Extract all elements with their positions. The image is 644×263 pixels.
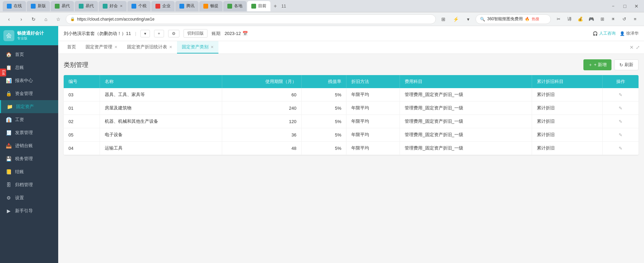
home-button[interactable]: ⌂ — [41, 14, 51, 24]
scissors-icon[interactable]: ✂ — [554, 14, 563, 24]
browser-tab-2[interactable]: 易代 — [51, 1, 74, 11]
menu-icon[interactable]: ≡ — [630, 14, 640, 24]
sidebar-item-home[interactable]: 🏠 首页 — [0, 48, 58, 61]
browser-toolbar-icons: ✂ 译 💰 🎮 ⊞ ☀ ↺ ≡ — [554, 14, 640, 24]
hot-text: 热搜 — [532, 16, 539, 22]
cell-action-3[interactable]: ✎ — [603, 128, 639, 142]
col-code: 编号 — [64, 75, 100, 88]
translate-icon[interactable]: 译 — [565, 14, 574, 24]
tab-fixed-assets-management[interactable]: 固定资产管理 ✕ — [81, 41, 122, 53]
undo-icon[interactable]: ↺ — [619, 14, 629, 24]
edit-icon-2[interactable]: ✎ — [619, 119, 622, 124]
search-icon: 🔍 — [480, 17, 485, 22]
sidebar-item-purchases[interactable]: 📥 进销台账 — [0, 139, 58, 152]
cell-accum-0: 累计折旧 — [532, 88, 603, 101]
address-bar[interactable]: 🔒 https://cloud.chanjet.com/accounting/u… — [66, 14, 436, 24]
col-accum: 累计折旧科目 — [532, 75, 603, 88]
sidebar-item-reports[interactable]: 📊 报表中心 — [0, 74, 58, 87]
tab-asset-category[interactable]: 固定资产类别 ✕ — [177, 41, 218, 53]
left-badge[interactable]: Eat — [0, 69, 6, 76]
cell-method-3: 年限平均 — [346, 128, 400, 142]
sidebar-item-invoice[interactable]: 🧾 发票管理 — [0, 126, 58, 139]
edit-icon-0[interactable]: ✎ — [619, 92, 622, 97]
lightning-button[interactable]: ⚡ — [451, 14, 460, 24]
sidebar-item-settings[interactable]: ⚙ 设置 — [0, 191, 58, 204]
settings-header-button[interactable]: ⚙ — [168, 30, 179, 37]
tab-close-depreciation-stats[interactable]: ✕ — [169, 45, 172, 49]
refresh-button[interactable]: ↻ 刷新 — [614, 59, 639, 70]
maximize-button[interactable]: □ — [620, 1, 630, 11]
bookmark-button[interactable]: ☆ — [53, 14, 63, 24]
reload-button[interactable]: ↻ — [29, 14, 38, 24]
switch-version-button[interactable]: 切到旧版 — [184, 29, 207, 38]
sidebar-item-archive[interactable]: 🗄 归档管理 — [0, 178, 58, 191]
cell-code-4: 04 — [64, 142, 100, 155]
expand-tabs-button[interactable]: ⤢ — [636, 45, 640, 50]
edit-icon-4[interactable]: ✎ — [619, 146, 622, 151]
tab-depreciation-stats[interactable]: 固定资产折旧统计表 ✕ — [122, 41, 177, 53]
browser-tab-8[interactable]: 畅提 — [199, 1, 223, 11]
sidebar-item-guide[interactable]: ▶ 新手引导 — [0, 204, 58, 217]
cell-action-1[interactable]: ✎ — [603, 101, 639, 115]
sidebar-item-closing[interactable]: 📒 结账 — [0, 165, 58, 178]
add-company-button[interactable]: + — [154, 30, 164, 37]
browser-tab-1[interactable]: 新版 — [27, 1, 50, 11]
tab-home[interactable]: 首页 — [62, 41, 81, 53]
browser-tab-6[interactable]: 企业 — [151, 1, 175, 11]
cell-action-2[interactable]: ✎ — [603, 115, 639, 128]
edit-icon-1[interactable]: ✎ — [619, 106, 622, 111]
logo-text: 畅捷通好会计 — [17, 31, 44, 36]
cell-method-0: 年限平均 — [346, 88, 400, 101]
browser-tab-3[interactable]: 易代 — [75, 1, 98, 11]
sidebar-item-funds[interactable]: 🔒 资金管理 — [0, 87, 58, 100]
cell-accum-1: 累计折旧 — [532, 101, 603, 115]
browser-tab-0[interactable]: 在线 — [3, 1, 26, 11]
browser-tab-7[interactable]: 腾讯 — [175, 1, 199, 11]
sidebar-item-fixed-assets[interactable]: 📁 固定资产 — [0, 100, 58, 113]
add-category-button[interactable]: ＋ + 新增 — [583, 59, 611, 70]
cell-name-0: 器具、工具、家具等 — [100, 88, 222, 101]
new-tab-button[interactable]: + — [271, 2, 279, 10]
sidebar-menu: 🏠 首页 📋 总账 📊 报表中心 🔒 资金管理 📁 固定资产 👔 工资 — [0, 45, 58, 263]
game-icon[interactable]: 🎮 — [586, 14, 596, 24]
browser-tab-5[interactable]: 个税 — [127, 1, 151, 11]
user-profile[interactable]: 👤 徐泽华 — [620, 31, 639, 36]
table-header-row: 编号 名称 使用期限（月） 残值率 折旧方法 费用科目 累计折旧科目 操作 — [64, 75, 639, 88]
edit-icon-3[interactable]: ✎ — [619, 132, 622, 138]
dropdown-button[interactable]: ▾ — [463, 14, 473, 24]
close-browser-button[interactable]: ✕ — [632, 1, 641, 11]
browser-search-bar[interactable]: 🔍 360智能抠图免费用 🔥 热搜 — [476, 14, 551, 24]
tab-close-asset-category[interactable]: ✕ — [211, 45, 214, 49]
sidebar-item-tax[interactable]: 💾 税务管理 — [0, 152, 58, 165]
service-button[interactable]: 🎧 人工咨询 — [593, 31, 616, 36]
refresh-icon: ↻ — [619, 62, 623, 68]
wallet-icon[interactable]: 💰 — [576, 14, 585, 24]
browser-tab-9[interactable]: 各地 — [223, 1, 247, 11]
cell-code-1: 01 — [64, 101, 100, 115]
cell-name-2: 机器、机械和其他生产设备 — [100, 115, 222, 128]
cell-action-0[interactable]: ✎ — [603, 88, 639, 101]
cell-accum-3: 累计折旧 — [532, 128, 603, 142]
forward-button[interactable]: › — [16, 14, 26, 24]
browser-chrome: 在线 新版 易代 易代 好会✕ 个税 企业 腾讯 畅提 各地 目前 + 11 －… — [0, 0, 644, 12]
expand-company-button[interactable]: ▾ — [140, 30, 150, 37]
site-info-button[interactable]: ⊞ — [439, 14, 448, 24]
grid-icon[interactable]: ⊞ — [597, 14, 607, 24]
close-all-tabs-button[interactable]: ✕ — [630, 45, 634, 50]
minimize-button[interactable]: － — [608, 1, 618, 11]
tab-close-fixed-assets-management[interactable]: ✕ — [114, 45, 117, 49]
browser-tab-4[interactable]: 好会✕ — [99, 1, 127, 11]
brightness-icon[interactable]: ☀ — [608, 14, 618, 24]
sidebar: 会 畅捷通好会计 专业版 🏠 首页 📋 总账 📊 报表中心 🔒 资金管理 — [0, 26, 58, 263]
cell-rate-0: 5% — [301, 88, 346, 101]
sidebar-item-payroll[interactable]: 👔 工资 — [0, 113, 58, 126]
back-button[interactable]: ‹ — [4, 14, 14, 24]
cell-action-4[interactable]: ✎ — [603, 142, 639, 155]
sidebar-item-ledger[interactable]: 📋 总账 — [0, 61, 58, 74]
period-label: 账期 — [212, 31, 220, 37]
browser-tab-10[interactable]: 目前 — [247, 1, 270, 11]
cell-months-1: 240 — [222, 101, 301, 115]
page-tabs: 首页 固定资产管理 ✕ 固定资产折旧统计表 ✕ 固定资产类别 ✕ ✕ ⤢ — [58, 41, 644, 54]
calendar-icon[interactable]: 📅 — [242, 31, 248, 36]
hot-label: 🔥 — [525, 17, 530, 21]
